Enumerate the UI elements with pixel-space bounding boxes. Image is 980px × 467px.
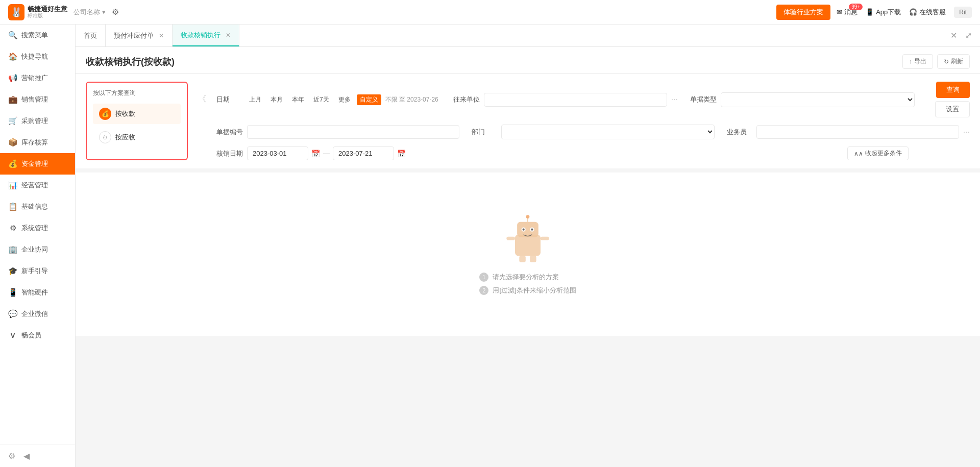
service-label: 在线客服 [919,8,946,17]
filter-collapse-left-icon[interactable]: 《 [196,92,208,170]
sidebar-item-label: 采购管理 [21,116,48,126]
app-label: App下载 [876,8,901,17]
sidebar-item-basic-info[interactable]: 📋 基础信息 [0,196,75,217]
hint-text-1: 请先选择要分析的方案 [493,273,559,282]
main-layout: 🔍 搜索菜单 🏠 快捷导航 📢 营销推广 💼 销售管理 🛒 采购管理 📦 库存核… [0,24,980,467]
date-shortcut-this-month[interactable]: 本月 [267,94,286,105]
user-label: Rit [959,9,967,16]
date-shortcut-this-year[interactable]: 本年 [289,94,307,105]
svg-rect-8 [519,256,526,262]
date-label: 日期 [216,95,242,104]
date-field: 日期 上月 本月 本年 近7天 更多 自定义 不限 至 2023-07-26 [216,94,441,105]
settings-icon-top[interactable]: ⚙ [112,7,119,17]
sidebar-item-hardware[interactable]: 📱 智能硬件 [0,282,75,303]
date-shortcut-last-month[interactable]: 上月 [246,94,264,105]
date-shortcut-7days[interactable]: 近7天 [310,94,332,105]
enterprise-icon: 🏢 [8,245,17,254]
query-button[interactable]: 查询 [936,82,970,98]
app-icon: 📱 [866,8,874,16]
finance-icon: 💰 [8,159,17,168]
brand-sub: 标准版 [28,13,67,19]
home-icon: 🏠 [8,52,17,61]
reconcile-date-end-icon[interactable]: 📅 [397,150,406,158]
sidebar-item-enterprise[interactable]: 🏢 企业协同 [0,239,75,260]
refresh-button[interactable]: ↻ 刷新 [937,54,970,69]
sidebar-bottom: ⚙ ◀ [0,445,75,467]
settings-button[interactable]: 设置 [935,101,970,117]
filter-form: 日期 上月 本月 本年 近7天 更多 自定义 不限 至 2023-07-26 [216,82,970,160]
doc-type-label: 单据类型 [690,95,717,104]
filter-option-by-receivable[interactable]: ⏱ 按应收 [93,127,181,148]
sidebar-item-quick-nav[interactable]: 🏠 快捷导航 [0,46,75,67]
sidebar-item-search[interactable]: 🔍 搜索菜单 [0,24,75,46]
export-button[interactable]: ↑ 导出 [902,54,933,69]
content-area: 首页 预付冲应付单 ✕ 收款核销执行 ✕ ✕ ⤢ 收款核销执行(按收款) [76,24,980,467]
sidebar-item-system[interactable]: ⚙ 系统管理 [0,217,75,239]
messages-button[interactable]: ✉ 消息 99+ [837,8,857,17]
reconcile-date-start-icon[interactable]: 📅 [311,150,320,158]
data-area: 1 请先选择要分析的方案 2 用[过滤]条件来缩小分析范围 [76,173,980,336]
sidebar-item-purchase[interactable]: 🛒 采购管理 [0,110,75,132]
hint-number-2: 2 [479,286,488,295]
app-download-button[interactable]: 📱 App下载 [866,8,901,17]
doc-number-input[interactable] [247,125,459,139]
sidebar-item-inventory[interactable]: 📦 库存核算 [0,132,75,153]
department-select[interactable] [501,125,715,139]
tab-close-all-icon[interactable]: ✕ [948,29,959,42]
reconcile-date-start-input[interactable] [247,146,308,160]
user-account[interactable]: Rit [954,7,972,18]
tab-prepay[interactable]: 预付冲应付单 ✕ [106,24,173,46]
customer-service-button[interactable]: 🎧 在线客服 [909,8,946,17]
filter-option-by-receipt[interactable]: 💰 按收款 [93,104,181,124]
page-title: 收款核销执行(按收款) [86,56,175,68]
sidebar-item-sales[interactable]: 💼 销售管理 [0,89,75,110]
sidebar-item-label: 营销推广 [21,73,48,83]
solution-button[interactable]: 体验行业方案 [776,5,830,20]
doc-number-field: 单据编号 [216,125,459,139]
svg-point-5 [531,229,533,231]
page-header: 收款核销执行(按收款) ↑ 导出 ↻ 刷新 [76,47,980,73]
empty-hint-2: 2 用[过滤]条件来缩小分析范围 [479,286,576,295]
sidebar-item-member[interactable]: V 畅会员 [0,325,75,346]
wechat-icon: 💬 [8,309,17,318]
filter-area: 按以下方案查询 💰 按收款 ⏱ 按应收 《 [76,73,980,168]
sidebar-item-marketing[interactable]: 📢 营销推广 [0,67,75,89]
svg-point-11 [526,215,530,218]
collapse-more-button[interactable]: ∧∧ 收起更多条件 [847,146,909,160]
hardware-icon: 📱 [8,288,17,297]
system-icon: ⚙ [8,224,17,233]
export-icon: ↑ [909,58,912,65]
reconcile-date-end-input[interactable] [333,146,394,160]
sidebar-item-guide[interactable]: 🎓 新手引导 [0,260,75,282]
sidebar-item-wechat[interactable]: 💬 企业微信 [0,303,75,325]
counterpart-dots[interactable]: ··· [671,95,678,104]
svg-point-4 [523,229,525,231]
svg-rect-0 [515,235,541,256]
staff-field: 业务员 ··· [727,125,970,139]
sidebar-collapse-icon[interactable]: ◀ [23,451,30,461]
sidebar-settings-icon[interactable]: ⚙ [8,451,15,461]
tab-home[interactable]: 首页 [76,24,106,46]
staff-dots[interactable]: ··· [963,128,970,137]
sidebar-item-label: 系统管理 [21,224,48,233]
receipt-option-icon: 💰 [99,108,111,120]
counterpart-input[interactable] [484,93,667,107]
date-shortcut-more[interactable]: 更多 [335,94,354,105]
receivable-tab-close[interactable]: ✕ [226,32,231,39]
chevron-down-icon: ▾ [102,8,106,16]
svg-rect-1 [517,222,538,237]
hint-number-1: 1 [479,273,488,282]
tab-expand-icon[interactable]: ⤢ [963,29,974,42]
tab-receivable[interactable]: 收款核销执行 ✕ [173,24,239,46]
company-name: 公司名称 [74,8,100,17]
page-header-actions: ↑ 导出 ↻ 刷新 [902,54,970,69]
sidebar-item-operations[interactable]: 📊 经营管理 [0,175,75,196]
sidebar-item-finance[interactable]: 💰 资金管理 [0,153,75,175]
staff-input[interactable] [756,125,959,139]
svg-rect-7 [541,237,549,240]
prepay-tab-close[interactable]: ✕ [159,32,164,39]
date-shortcut-custom[interactable]: 自定义 [357,94,381,105]
brand-main: 畅捷通好生意 [28,5,67,13]
doc-type-select[interactable] [721,92,915,107]
company-selector[interactable]: 公司名称 ▾ [74,8,106,17]
